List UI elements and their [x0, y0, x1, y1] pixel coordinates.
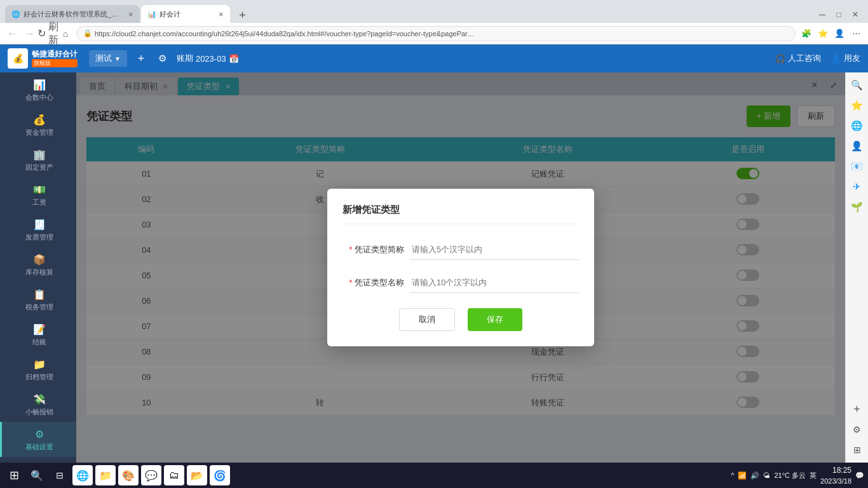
right-outlook-btn[interactable]: 📧: [848, 158, 866, 175]
maximize-btn[interactable]: □: [831, 9, 846, 20]
task-view-btn[interactable]: ⊟: [50, 465, 70, 485]
right-add-btn[interactable]: +: [848, 400, 866, 418]
taskbar-network-icon: 📶: [738, 471, 747, 480]
minimize-btn[interactable]: ─: [815, 9, 830, 20]
right-star-btn[interactable]: ⭐: [848, 97, 866, 114]
sidebar-item-asset[interactable]: 🏢 固定资产: [0, 142, 76, 177]
expense-icon: 💸: [33, 393, 46, 405]
favorites-btn[interactable]: ⭐: [816, 27, 830, 41]
close-btn[interactable]: ×: [848, 9, 863, 20]
sidebar-item-invoice[interactable]: 🧾 发票管理: [0, 212, 76, 247]
add-company-btn[interactable]: +: [133, 51, 149, 66]
save-button[interactable]: 保存: [468, 308, 522, 331]
sidebar-label-settle: 结账: [32, 337, 46, 347]
extensions-btn[interactable]: 🧩: [799, 27, 813, 41]
url-bar[interactable]: 🔒 https://cloud2.chanjet.com/accounting/…: [76, 26, 796, 41]
dashboard-icon: 📊: [33, 79, 46, 91]
sidebar-item-dashboard[interactable]: 📊 会数中心: [0, 72, 76, 107]
taskbar-time: 18:25: [820, 464, 851, 476]
sidebar-item-fund[interactable]: 💰 资金管理: [0, 107, 76, 142]
sidebar-item-settle[interactable]: 📝 结账: [0, 317, 76, 352]
search-taskbar-btn[interactable]: 🔍: [27, 465, 47, 485]
cancel-button[interactable]: 取消: [399, 308, 455, 331]
taskbar-app-explorer[interactable]: 📁: [95, 465, 116, 485]
sidebar-label-asset: 固定资产: [25, 163, 53, 172]
sidebar-label-archive: 归档管理: [25, 372, 53, 382]
taskbar-app-paint[interactable]: 🎨: [118, 465, 139, 485]
salary-icon: 💵: [33, 184, 46, 196]
right-settings-btn[interactable]: ⚙: [848, 421, 866, 438]
taskbar-app-edge[interactable]: 🌐: [72, 465, 93, 485]
start-btn[interactable]: ⊞: [4, 465, 24, 485]
taskbar-notif-icon[interactable]: 💬: [855, 471, 864, 480]
tab1-close[interactable]: ×: [128, 10, 133, 19]
name-input[interactable]: [409, 273, 579, 293]
refresh-label: 刷新: [48, 20, 58, 47]
right-send-btn[interactable]: ✈: [848, 178, 866, 196]
sidebar-item-salary[interactable]: 💵 工资: [0, 177, 76, 212]
user-icon: 👤: [831, 54, 841, 64]
refresh-btn[interactable]: ↻刷新: [41, 27, 55, 41]
right-search-btn[interactable]: 🔍: [848, 76, 866, 94]
sidebar-item-expense[interactable]: 💸 小畅报销: [0, 387, 76, 422]
settings-icon[interactable]: ⚙: [155, 51, 170, 66]
taskbar-date: 2023/3/18: [820, 476, 851, 487]
fund-icon: 💰: [33, 114, 46, 126]
sidebar-item-inventory[interactable]: 📦 库存核算: [0, 247, 76, 282]
settings-nav-icon: ⚙: [35, 428, 44, 440]
logo-icon: 💰: [8, 48, 28, 69]
sidebar-item-guide[interactable]: 🆕 新手引导: [0, 457, 76, 463]
settle-icon: 📝: [33, 323, 46, 336]
profile-btn[interactable]: 👤: [832, 27, 846, 41]
taskbar-sound-icon: 🔊: [750, 471, 759, 480]
period-value: 2023-03: [196, 54, 226, 64]
sidebar: 📊 会数中心 💰 资金管理 🏢 固定资产 💵 工资 🧾 发票管理: [0, 72, 76, 463]
taskbar-weather-text: 21°C 多云: [774, 471, 806, 480]
name-label: * 凭证类型名称: [342, 277, 409, 288]
company-selector[interactable]: 测试 ▼: [89, 50, 127, 67]
lock-icon: 🔒: [83, 29, 92, 37]
tab2-favicon: 📊: [147, 10, 156, 18]
url-text: https://cloud2.chanjet.com/accounting/uh…: [95, 30, 476, 37]
tab1-favicon: 🌐: [11, 10, 20, 18]
right-grid-btn[interactable]: ⊞: [848, 441, 866, 459]
taskbar-time-date: 18:25 2023/3/18: [820, 464, 851, 487]
modal-title: 新增凭证类型: [342, 204, 400, 215]
logo-badge: 旗舰版: [32, 59, 78, 67]
tab1-title: 好会计云财务软件管理系统_会计: [24, 10, 125, 19]
taskbar-app-browser[interactable]: 🌀: [210, 465, 230, 485]
sidebar-item-tax[interactable]: 📋 税务管理: [0, 282, 76, 317]
sidebar-item-settings[interactable]: ⚙ 基础设置: [0, 422, 76, 457]
abbr-input[interactable]: [409, 240, 579, 260]
home-btn[interactable]: ⌂: [58, 27, 72, 41]
sidebar-label-dashboard: 会数中心: [25, 93, 53, 102]
consult-label: 人工咨询: [788, 53, 821, 64]
browser-tab-1[interactable]: 🌐 好会计云财务软件管理系统_会计 ×: [5, 5, 140, 23]
user-btn[interactable]: 👤 用友: [831, 53, 860, 64]
period-label: 账期: [177, 53, 193, 64]
tab2-close[interactable]: ×: [219, 10, 224, 19]
user-label: 用友: [844, 53, 860, 64]
right-globe-btn[interactable]: 🌐: [848, 117, 866, 135]
back-btn[interactable]: ←: [5, 27, 19, 41]
right-leaf-btn[interactable]: 🌱: [848, 198, 866, 216]
logo-text: 畅捷通好合计: [32, 50, 78, 58]
more-btn[interactable]: ⋯: [849, 27, 863, 41]
taskbar-weather-icon: 🌤: [763, 471, 770, 479]
company-name: 测试: [95, 53, 112, 64]
asset-icon: 🏢: [33, 149, 46, 161]
sidebar-label-salary: 工资: [32, 198, 46, 207]
taskbar-chevron-up[interactable]: ^: [731, 471, 734, 479]
calendar-icon[interactable]: 📅: [229, 54, 239, 64]
right-user-btn[interactable]: 👤: [848, 137, 866, 155]
forward-btn[interactable]: →: [23, 27, 37, 41]
sidebar-item-archive[interactable]: 📁 归档管理: [0, 352, 76, 387]
new-tab-btn[interactable]: +: [234, 8, 252, 23]
taskbar-app-folder[interactable]: 📂: [187, 465, 207, 485]
taskbar: ⊞ 🔍 ⊟ 🌐 📁 🎨 💬 🗂 📂 🌀 ^ 📶 🔊 🌤 21°C 多云 英 18…: [0, 463, 868, 488]
browser-tab-2[interactable]: 📊 好会计 ×: [141, 5, 230, 23]
taskbar-app-store[interactable]: 🗂: [164, 465, 184, 485]
right-panel: 🔍 ⭐ 🌐 👤 📧 ✈ 🌱 + ⚙ ⊞: [845, 72, 868, 463]
taskbar-app-wechat[interactable]: 💬: [141, 465, 161, 485]
consult-btn[interactable]: 🎧 人工咨询: [775, 53, 821, 64]
